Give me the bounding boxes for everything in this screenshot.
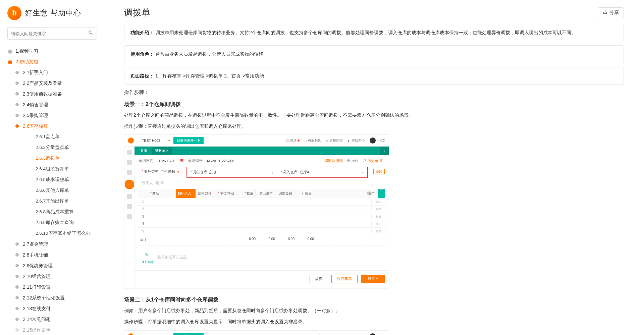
nav-2-1[interactable]: 2.1新手入门	[7, 67, 97, 78]
side-icon-active	[127, 182, 132, 187]
nav-2-5[interactable]: 2.5采购管理	[7, 110, 97, 121]
search-icon[interactable]	[89, 30, 94, 37]
nav-2-15[interactable]: 2.15操作案例	[7, 325, 97, 335]
close-icon: ×	[380, 147, 389, 155]
mock-help: ◐ 帮助中心	[347, 334, 365, 335]
nav-2-8[interactable]: 2.8手机旺铺	[7, 249, 97, 260]
mock-msg: ☐ 消息	[286, 334, 300, 335]
steps-heading: 操作步骤：	[124, 89, 624, 96]
tab-bill: 调拨单 ×	[152, 147, 172, 155]
out-label: 调出仓库	[191, 170, 207, 175]
nav-2-4[interactable]: 2.4销售管理	[7, 99, 97, 110]
out-value: 总仓	[209, 170, 217, 175]
scene1-p1: 处理2个仓库之间的商品调拨，在调拨过程中不会发生商品数量的不一致性。主要处理近距…	[124, 111, 624, 120]
search	[7, 27, 97, 40]
main: 调拨单 分享 功能介绍：调拨单用来处理仓库间货物的转移业务。支持2个仓库间的调拨…	[104, 0, 644, 335]
th-barcode: 扫码录入	[176, 189, 196, 198]
mock-app: ◇ App下载	[304, 334, 321, 335]
calendar-icon: 📅	[179, 159, 184, 163]
sum-label: 合计	[138, 237, 148, 242]
nav-2-6-2[interactable]: 2.6.2分量盘点单	[7, 142, 97, 153]
save-button: 保存 ▾	[361, 275, 385, 283]
nav-2-6[interactable]: 2.6库存核算	[7, 121, 97, 131]
quick-keys: ⌨ 快捷键	[325, 159, 343, 163]
nav-video-learning[interactable]: 1.视频学习	[7, 46, 97, 56]
search-input[interactable]	[7, 27, 97, 40]
nav-2-2[interactable]: 2.2产品安装及登录	[7, 78, 97, 89]
avatar-icon	[370, 333, 376, 335]
nav-2-12[interactable]: 2.12系统个性化设置	[7, 292, 97, 303]
info-role: 使用角色：通常由业务人员发起调拨，仓管人员完成实物的转移	[124, 45, 624, 63]
scene2-p2: 操作步骤：将单据明细中的调入仓库设置为显示，同时将单据头的调入仓设置为非必录。	[124, 317, 624, 326]
mock-logo-icon	[128, 333, 134, 335]
mock-help: ◐ 帮助中心	[347, 138, 365, 143]
note-placeholder: 整单备注写在这里	[157, 255, 187, 260]
info-path-key: 页面路径：	[130, 73, 154, 78]
th-goods: 商品	[148, 189, 176, 198]
info-function-val: 调拨单用来处理仓库间货物的转移业务。支持2个仓库间的调拨，也支持多个仓库间的调拨…	[155, 30, 576, 35]
chevron-down-icon: ▾	[168, 139, 170, 143]
side-icon	[127, 194, 132, 199]
mock-side-nav	[124, 147, 135, 288]
nav-2-3[interactable]: 2.3使用前数据准备	[7, 89, 97, 99]
date-label: 单据日期	[139, 159, 153, 163]
in-label: 调入仓库	[281, 170, 298, 175]
scene1-heading: 场景一：2个仓库间调拨	[124, 101, 624, 108]
th-qty: 数量	[236, 189, 256, 198]
side-icon	[127, 170, 132, 175]
side-icon	[127, 214, 132, 219]
scene1-p2: 操作步骤：直接通过单据头的调出仓库和调入仓库来处理。	[124, 122, 624, 131]
mock-screenshot-2: TEST-H002 ▾ 我要快速开一下 ☐ 消息 ◇ App下载 ▭ 财税课堂 …	[124, 330, 389, 335]
nav-2-6-9[interactable]: 2.6.9库存账本查询	[7, 217, 97, 228]
adv-button: 高级	[373, 169, 385, 174]
mock-table: 商品 扫码录入 规格型号 单位/单价 数量 调出成本 调出金额 可用量 操作	[138, 189, 385, 244]
nav-2-13[interactable]: 2.13在线支付	[7, 303, 97, 314]
mock-user: CC	[380, 138, 385, 143]
share-button[interactable]: 分享	[598, 7, 624, 18]
mock-fin: ▭ 财税课堂	[325, 334, 343, 335]
nav-tree: 1.视频学习 2.帮助文档 2.1新手入门 2.2产品安装及登录 2.3使用前数…	[7, 46, 97, 335]
tab-home: 首页	[137, 147, 151, 155]
mock-quick-open: 我要快速开一下	[173, 137, 204, 144]
th-ops: 操作	[364, 189, 378, 198]
svg-line-1	[92, 33, 93, 34]
info-role-val: 通常由业务人员发起调拨，仓管人员完成实物的转移	[155, 51, 263, 57]
side-icon	[127, 150, 132, 155]
op-link: ⚙ 操作	[347, 159, 359, 163]
date-value: 2019-12-26	[157, 159, 175, 163]
nav-2-7[interactable]: 2.7资金管理	[7, 239, 97, 249]
share-icon	[603, 10, 607, 15]
th-spec: 规格型号	[196, 189, 216, 198]
mock-app: ◇ App下载	[304, 138, 321, 143]
info-function: 功能介绍：调拨单用来处理仓库间货物的转移业务。支持2个仓库间的调拨，也支持多个仓…	[124, 24, 624, 41]
side-icon	[127, 204, 132, 209]
note-icon: ✎	[142, 250, 151, 259]
side-icon	[127, 160, 132, 165]
nav-2-6-10[interactable]: 2.6.10库存账本错了怎么办	[7, 228, 97, 239]
mock-logo-icon	[128, 137, 134, 144]
nav-help-docs[interactable]: 2.帮助文档	[7, 56, 97, 67]
mock-screenshot-1: TEST-H002 ▾ 我要快速开一下 ☐ 消息 ◇ App下载 ▭ 财税课堂 …	[124, 134, 389, 288]
discard-button: 放弃	[309, 275, 328, 283]
logo-icon: b	[7, 6, 21, 20]
nav-2-6-3[interactable]: 2.6.3调拨单	[7, 153, 97, 164]
info-function-key: 功能介绍：	[130, 30, 154, 35]
in-value: 仓库A	[300, 170, 309, 175]
emp-label: 经手人	[142, 181, 153, 185]
nav-2-6-6[interactable]: 2.6.6其他入库单	[7, 185, 97, 196]
nav-2-6-1[interactable]: 2.6.1盘点单	[7, 131, 97, 142]
nav-2-6-4[interactable]: 2.6.4组装拆卸单	[7, 164, 97, 174]
nav-2-6-5[interactable]: 2.6.5成本调整单	[7, 174, 97, 185]
mock-fin: ▭ 财税课堂	[325, 138, 343, 143]
page-title: 调拨单	[124, 7, 150, 18]
th-unit: 单位/单价	[216, 189, 236, 198]
mock-host: TEST-H002	[137, 138, 165, 143]
nav-2-14[interactable]: 2.14常见问题	[7, 314, 97, 325]
nav-2-6-7[interactable]: 2.6.7其他出库单	[7, 196, 97, 207]
nav-2-10[interactable]: 2.10经营管理	[7, 271, 97, 282]
nav-2-6-8[interactable]: 2.6.8商品成本重算	[7, 207, 97, 217]
no-value: AL-20191226-001	[207, 159, 235, 163]
nav-2-9[interactable]: 2.9优惠券管理	[7, 260, 97, 271]
info-role-key: 使用角色：	[130, 51, 154, 57]
nav-2-11[interactable]: 2.11打印设置	[7, 282, 97, 292]
